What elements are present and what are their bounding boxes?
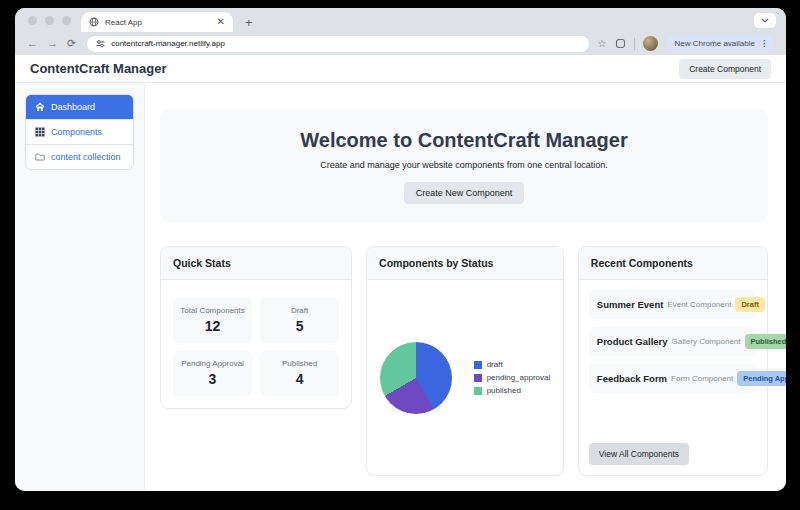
tab-close-icon[interactable]: ✕ (217, 17, 225, 27)
component-type: Event Component (667, 300, 731, 309)
legend-label: pending_approval (487, 373, 551, 382)
globe-favicon-icon (89, 17, 99, 27)
menu-dots-icon[interactable]: ⋮ (760, 39, 768, 48)
chart-legend: draftpending_approvalpublished (474, 360, 551, 395)
quick-stats-title: Quick Stats (161, 247, 351, 280)
extensions-icon[interactable] (615, 38, 626, 49)
recent-components-body: Summer Event Event Component Draft Produ… (579, 280, 767, 475)
app-header: ContentCraft Manager Create Component (15, 55, 786, 83)
site-settings-icon[interactable] (96, 39, 105, 48)
tab-title: React App (105, 18, 211, 27)
legend-swatch (474, 361, 482, 369)
recent-components-card: Recent Components Summer Event Event Com… (578, 246, 768, 476)
recent-component-row[interactable]: Product Gallery Gallery Component Publis… (589, 327, 757, 356)
house-icon (35, 102, 45, 112)
stat-value: 4 (262, 371, 337, 387)
stat-draft: Draft 5 (260, 298, 339, 343)
browser-tab[interactable]: React App ✕ (81, 12, 233, 32)
sidebar-item-content-collection[interactable]: content collection (26, 145, 133, 169)
app-title: ContentCraft Manager (30, 61, 167, 76)
stat-label: Pending Approval (175, 359, 250, 368)
browser-toolbar: ← → ⟳ contentcraft-manager.netlify.app ☆… (15, 32, 786, 55)
legend-swatch (474, 374, 482, 382)
legend-item: draft (474, 360, 551, 369)
component-type: Form Component (671, 374, 733, 383)
sidebar-item-components[interactable]: Components (26, 120, 133, 145)
recent-component-row[interactable]: Feedback Form Form Component Pending App… (589, 364, 757, 393)
stat-value: 12 (175, 318, 250, 334)
bookmark-star-icon[interactable]: ☆ (598, 38, 607, 49)
status-badge: Draft (735, 297, 765, 312)
status-chart-card: Components by Status draftpending_approv… (366, 246, 564, 476)
url-text: contentcraft-manager.netlify.app (111, 39, 225, 48)
folder-icon (35, 152, 45, 162)
stat-value: 5 (262, 318, 337, 334)
create-component-button[interactable]: Create Component (679, 59, 771, 79)
sidebar-item-label: Dashboard (51, 102, 95, 112)
window-controls (15, 8, 81, 32)
grid-icon (35, 127, 45, 137)
legend-swatch (474, 387, 482, 395)
stat-value: 3 (175, 371, 250, 387)
legend-label: published (487, 386, 521, 395)
toolbar-right-cluster: ☆ New Chrome available ⋮ (598, 35, 774, 52)
maximize-window-button[interactable] (62, 16, 71, 25)
component-name: Product Gallery (597, 336, 668, 347)
toolbar-separator (634, 38, 635, 50)
status-badge: Published (745, 334, 787, 349)
sidebar-item-label: content collection (51, 152, 121, 162)
view-all-components-button[interactable]: View All Components (589, 443, 689, 465)
stat-total-components: Total Components 12 (173, 298, 252, 343)
legend-item: pending_approval (474, 373, 551, 382)
component-name: Feedback Form (597, 373, 667, 384)
quick-stats-body: Total Components 12 Draft 5 Pending Appr… (161, 280, 351, 408)
stat-pending-approval: Pending Approval 3 (173, 351, 252, 396)
address-bar[interactable]: contentcraft-manager.netlify.app (87, 36, 588, 52)
status-pie-chart (380, 342, 452, 414)
stat-label: Draft (262, 306, 337, 315)
legend-item: published (474, 386, 551, 395)
minimize-window-button[interactable] (45, 16, 54, 25)
main-content: Welcome to ContentCraft Manager Create a… (145, 83, 786, 491)
welcome-banner: Welcome to ContentCraft Manager Create a… (160, 109, 768, 222)
new-tab-button[interactable]: + (245, 16, 253, 29)
profile-avatar[interactable] (643, 36, 658, 51)
tab-strip: React App ✕ + (15, 8, 786, 32)
app-body: Dashboard Components content collection (15, 83, 786, 491)
stat-label: Published (262, 359, 337, 368)
sidebar-nav: Dashboard Components content collection (25, 94, 134, 170)
sidebar-item-label: Components (51, 127, 102, 137)
quick-stats-card: Quick Stats Total Components 12 Draft 5 (160, 246, 352, 409)
stat-published: Published 4 (260, 351, 339, 396)
dashboard-cards: Quick Stats Total Components 12 Draft 5 (160, 246, 768, 476)
sidebar: Dashboard Components content collection (15, 83, 145, 491)
recent-components-title: Recent Components (579, 247, 767, 280)
back-icon[interactable]: ← (27, 38, 38, 49)
forward-icon[interactable]: → (47, 38, 58, 49)
browser-window: React App ✕ + ← → ⟳ contentcraft-manager… (15, 8, 786, 491)
update-pill-label: New Chrome available (675, 39, 755, 48)
stats-grid: Total Components 12 Draft 5 Pending Appr… (173, 298, 339, 396)
component-type: Gallery Component (672, 337, 741, 346)
legend-label: draft (487, 360, 503, 369)
sidebar-item-dashboard[interactable]: Dashboard (26, 95, 133, 120)
create-new-component-button[interactable]: Create New Component (404, 182, 525, 204)
status-chart-body: draftpending_approvalpublished (367, 280, 563, 475)
welcome-subtitle: Create and manage your website component… (170, 160, 758, 170)
welcome-title: Welcome to ContentCraft Manager (170, 129, 758, 152)
close-window-button[interactable] (28, 16, 37, 25)
status-badge: Pending Approval (737, 371, 786, 386)
chrome-update-pill[interactable]: New Chrome available ⋮ (666, 35, 774, 52)
reload-icon[interactable]: ⟳ (67, 38, 76, 49)
stat-label: Total Components (175, 306, 250, 315)
recent-component-row[interactable]: Summer Event Event Component Draft (589, 290, 757, 319)
tab-search-chevron-icon[interactable] (754, 13, 776, 28)
component-name: Summer Event (597, 299, 664, 310)
status-chart-title: Components by Status (367, 247, 563, 280)
